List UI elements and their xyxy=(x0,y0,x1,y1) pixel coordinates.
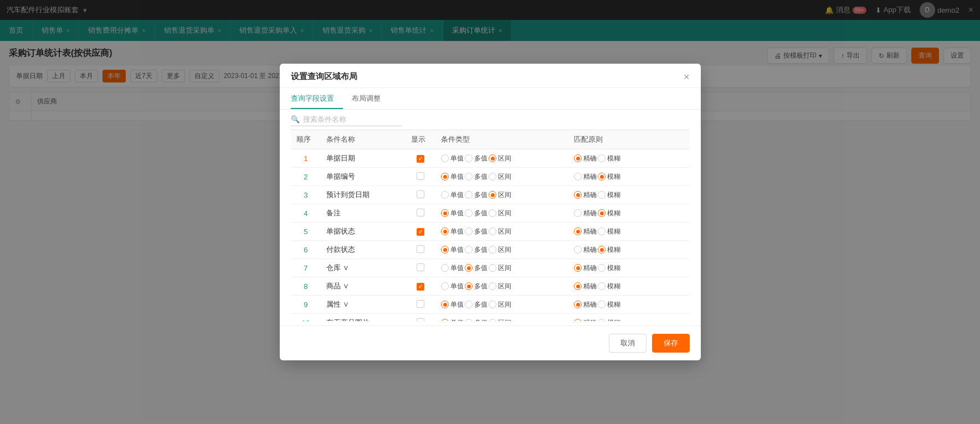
radio-circle xyxy=(465,282,473,290)
radio-circle xyxy=(574,191,582,199)
radio-circle xyxy=(441,246,449,254)
row-type: 单值多值区间 xyxy=(435,149,568,168)
row-show-checkbox[interactable] xyxy=(406,149,436,168)
radio-circle xyxy=(465,209,473,217)
row-order: 3 xyxy=(291,186,321,204)
radio-circle xyxy=(574,173,582,180)
row-show-checkbox[interactable] xyxy=(406,296,436,314)
radio-circle xyxy=(441,264,449,272)
row-name: 单据状态 xyxy=(321,223,406,241)
radio-circle xyxy=(465,264,473,272)
radio-circle xyxy=(489,319,496,321)
row-match: 精确模糊 xyxy=(568,314,689,322)
row-order: 10 xyxy=(291,314,321,322)
search-icon: 🔍 xyxy=(291,115,300,123)
table-row: 5单据状态单值多值区间精确模糊 xyxy=(291,223,690,241)
radio-circle xyxy=(574,154,582,162)
radio-circle xyxy=(465,227,473,235)
row-match: 精确模糊 xyxy=(568,186,689,204)
col-header-show: 显示 xyxy=(406,130,436,149)
radio-circle xyxy=(441,282,449,290)
row-show-checkbox[interactable] xyxy=(406,204,436,223)
radio-circle xyxy=(598,282,606,290)
dialog-close-btn[interactable]: × xyxy=(684,72,690,82)
dialog-tabs: 查询字段设置 布局调整 xyxy=(280,89,701,110)
radio-circle xyxy=(598,173,606,180)
cancel-button[interactable]: 取消 xyxy=(609,334,647,353)
row-show-checkbox[interactable] xyxy=(406,223,436,241)
radio-circle xyxy=(465,154,473,162)
radio-circle xyxy=(489,227,496,235)
dialog-footer: 取消 保存 xyxy=(280,325,701,360)
row-show-checkbox[interactable] xyxy=(406,314,436,322)
radio-circle xyxy=(574,282,582,290)
radio-circle xyxy=(465,319,473,321)
radio-circle xyxy=(489,264,496,272)
row-order: 2 xyxy=(291,168,321,186)
modal-overlay: 设置查询区域布局 × 查询字段设置 布局调整 🔍 顺序 xyxy=(0,0,980,424)
radio-circle xyxy=(598,227,606,235)
search-box: 🔍 xyxy=(291,115,402,126)
radio-circle xyxy=(441,227,449,235)
row-name: 商品 ∨ xyxy=(321,277,406,296)
radio-circle xyxy=(574,246,582,254)
radio-circle xyxy=(598,246,606,254)
row-order: 8 xyxy=(291,277,321,296)
row-match: 精确模糊 xyxy=(568,277,689,296)
radio-circle xyxy=(489,191,496,199)
radio-circle xyxy=(441,301,449,308)
save-button[interactable]: 保存 xyxy=(652,334,690,353)
row-name: 仓库 ∨ xyxy=(321,259,406,277)
radio-circle xyxy=(465,191,473,199)
row-match: 精确模糊 xyxy=(568,259,689,277)
table-scroll-area[interactable]: 1单据日期单值多值区间精确模糊2单据编号单值多值区间精确模糊3预计到货日期单值多… xyxy=(291,149,690,321)
radio-circle xyxy=(489,246,496,254)
table-row: 10有无商品图片单值多值区间精确模糊 xyxy=(291,314,690,322)
radio-circle xyxy=(441,319,449,321)
radio-circle xyxy=(441,173,449,180)
radio-circle xyxy=(465,173,473,180)
radio-circle xyxy=(574,301,582,308)
row-order: 5 xyxy=(291,223,321,241)
table-row: 2单据编号单值多值区间精确模糊 xyxy=(291,168,690,186)
table-row: 1单据日期单值多值区间精确模糊 xyxy=(291,149,690,168)
row-type: 单值多值区间 xyxy=(435,223,568,241)
radio-circle xyxy=(441,209,449,217)
radio-circle xyxy=(489,301,496,308)
table-header-row: 顺序 条件名称 显示 条件类型 匹配原则 xyxy=(291,130,690,149)
row-name: 属性 ∨ xyxy=(321,296,406,314)
dialog-search: 🔍 xyxy=(280,110,701,130)
inner-table: 顺序 条件名称 显示 条件类型 匹配原则 xyxy=(291,130,690,149)
col-header-order: 顺序 xyxy=(291,130,321,149)
row-order: 4 xyxy=(291,204,321,223)
row-show-checkbox[interactable] xyxy=(406,168,436,186)
radio-circle xyxy=(574,209,582,217)
dialog-body: 顺序 条件名称 显示 条件类型 匹配原则 1单据日期单值多值区间精确模糊2单据编… xyxy=(280,130,701,321)
dialog-tab-query-fields[interactable]: 查询字段设置 xyxy=(291,89,343,109)
radio-circle xyxy=(465,246,473,254)
radio-circle xyxy=(598,319,606,321)
row-order: 7 xyxy=(291,259,321,277)
row-match: 精确模糊 xyxy=(568,241,689,259)
row-match: 精确模糊 xyxy=(568,204,689,223)
search-input[interactable] xyxy=(303,115,392,123)
settings-dialog: 设置查询区域布局 × 查询字段设置 布局调整 🔍 顺序 xyxy=(280,64,701,360)
table-row: 7仓库 ∨单值多值区间精确模糊 xyxy=(291,259,690,277)
dialog-header: 设置查询区域布局 × xyxy=(280,64,701,88)
row-show-checkbox[interactable] xyxy=(406,241,436,259)
row-type: 单值多值区间 xyxy=(435,186,568,204)
radio-circle xyxy=(598,264,606,272)
row-name: 预计到货日期 xyxy=(321,186,406,204)
radio-circle xyxy=(489,154,496,162)
row-type: 单值多值区间 xyxy=(435,314,568,322)
row-type: 单值多值区间 xyxy=(435,204,568,223)
radio-circle xyxy=(574,227,582,235)
row-order: 6 xyxy=(291,241,321,259)
row-type: 单值多值区间 xyxy=(435,168,568,186)
row-show-checkbox[interactable] xyxy=(406,186,436,204)
table-row: 8商品 ∨单值多值区间精确模糊 xyxy=(291,277,690,296)
row-show-checkbox[interactable] xyxy=(406,277,436,296)
row-show-checkbox[interactable] xyxy=(406,259,436,277)
dialog-tab-layout[interactable]: 布局调整 xyxy=(352,89,389,109)
radio-circle xyxy=(489,209,496,217)
